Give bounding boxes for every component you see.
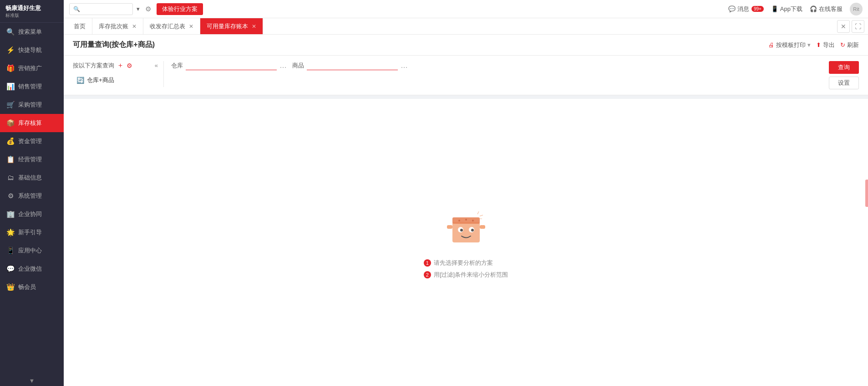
sidebar-item-search[interactable]: 🔍搜索菜单 (0, 23, 64, 41)
expand-button[interactable]: ⛶ (852, 20, 864, 33)
app-download-button[interactable]: 📱 App下载 (771, 5, 802, 13)
scheme-settings-button[interactable]: ⚙ (127, 62, 132, 69)
tab-stock-summary[interactable]: 收发存汇总表✕ (143, 18, 200, 35)
tab-close-stock-summary[interactable]: ✕ (189, 23, 193, 30)
online-service-button[interactable]: 🎧 在线客服 (810, 5, 843, 13)
add-scheme-button[interactable]: ＋ (117, 61, 124, 70)
print-label: 按模板打印 (776, 41, 806, 49)
wechat-icon: 💬 (6, 265, 15, 273)
enterprise-icon: 🏢 (6, 210, 15, 218)
tab-home[interactable]: 首页 (67, 18, 92, 35)
sidebar-label-newbie: 新手引导 (18, 228, 42, 237)
export-icon: ⬆ (816, 41, 821, 48)
svg-rect-0 (452, 222, 480, 242)
query-area: 按以下方案查询 ＋ ⚙ « 🔄 仓库+商品 仓库 … (64, 56, 868, 95)
sidebar-item-sales[interactable]: 📊销售管理 (0, 77, 64, 96)
sidebar-scroll-down[interactable]: ▼ (0, 376, 64, 386)
sidebar-item-finance[interactable]: 💰资金管理 (0, 132, 64, 150)
filter-row: 仓库 … 商品 … (164, 61, 829, 70)
svg-line-12 (480, 215, 483, 216)
close-all-tabs-button[interactable]: ✕ (837, 20, 850, 33)
sidebar-item-base[interactable]: 🗂基础信息 (0, 169, 64, 187)
sidebar-label-shortcut: 快捷导航 (18, 46, 42, 54)
sidebar-item-shortcut[interactable]: ⚡快捷导航 (0, 41, 64, 59)
tab-label-available-ledger: 可用量库存账本 (207, 22, 248, 31)
query-button[interactable]: 查询 (829, 61, 859, 74)
tabs-right-controls: ✕ ⛶ (837, 20, 868, 33)
svg-point-4 (460, 229, 463, 232)
messages-button[interactable]: 💬 消息 99+ (728, 5, 764, 13)
topbar-dropdown[interactable]: ▾ (137, 5, 140, 12)
scheme-item-label: 仓库+商品 (87, 76, 114, 84)
member-icon: 👑 (6, 283, 15, 291)
tab-batch-ledger[interactable]: 库存批次账✕ (92, 18, 143, 35)
system-icon: ⚙ (6, 192, 15, 200)
message-icon: 💬 (728, 5, 736, 12)
setting-button[interactable]: 设置 (829, 77, 859, 89)
sidebar-item-app-center[interactable]: 📱应用中心 (0, 242, 64, 260)
sidebar-item-system[interactable]: ⚙系统管理 (0, 187, 64, 205)
sidebar-label-finance: 资金管理 (18, 137, 42, 145)
sidebar-label-base: 基础信息 (18, 174, 42, 182)
empty-tip-2: 2 用[过滤]条件来缩小分析范围 (424, 271, 508, 279)
sidebar-item-member[interactable]: 👑畅会员 (0, 278, 64, 296)
filter-dots-warehouse[interactable]: … (279, 62, 287, 69)
sidebar-label-sales: 销售管理 (18, 82, 42, 91)
export-button[interactable]: ⬆ 导出 (816, 41, 835, 49)
tabs-bar: 首页库存批次账✕收发存汇总表✕可用量库存账本✕ ✕ ⛶ (64, 18, 868, 35)
sidebar: 畅康通好生意 标准版 🔍搜索菜单⚡快捷导航🎁营销推广📊销售管理🛒采购管理📦库存核… (0, 0, 64, 386)
chevron-down-icon: ▼ (29, 377, 35, 384)
print-button[interactable]: 🖨 按模板打印 ▾ (768, 41, 811, 49)
tab-close-batch-ledger[interactable]: ✕ (132, 23, 137, 30)
filter-input-goods[interactable] (307, 61, 398, 70)
refresh-label: 刷新 (847, 41, 859, 49)
sidebar-item-newbie[interactable]: 🌟新手引导 (0, 223, 64, 242)
filter-dots-goods[interactable]: … (401, 62, 408, 69)
topbar: 🔍 ▾ ⚙ 体验行业方案 💬 消息 99+ 📱 App下载 🎧 在线客服 Rit (64, 0, 868, 18)
sidebar-item-purchase[interactable]: 🛒采购管理 (0, 96, 64, 114)
filter-group-goods: 商品 … (292, 61, 408, 70)
scheme-item-warehouse-goods[interactable]: 🔄 仓库+商品 (73, 73, 158, 87)
sidebar-label-system: 系统管理 (18, 192, 42, 200)
tab-close-available-ledger[interactable]: ✕ (252, 23, 256, 30)
app-center-icon: 📱 (6, 247, 15, 255)
scheme-panel: 按以下方案查询 ＋ ⚙ « 🔄 仓库+商品 (73, 61, 164, 87)
settings-icon[interactable]: ⚙ (145, 5, 151, 13)
filter-input-warehouse[interactable] (186, 61, 277, 70)
sidebar-item-wechat[interactable]: 💬企业微信 (0, 260, 64, 278)
empty-tip-1: 1 请先选择要分析的方案 (424, 259, 508, 267)
sidebar-item-operations[interactable]: 📋经营管理 (0, 150, 64, 169)
chevron-down-icon: ▾ (807, 41, 811, 48)
filter-group-warehouse: 仓库 … (171, 61, 287, 70)
sidebar-item-enterprise[interactable]: 🏢企业协同 (0, 205, 64, 223)
app-name: 畅康通好生意 (5, 5, 58, 12)
collapse-scheme-button[interactable]: « (155, 62, 158, 69)
avatar[interactable]: Rit (850, 3, 863, 15)
main-area: 🔍 ▾ ⚙ 体验行业方案 💬 消息 99+ 📱 App下载 🎧 在线客服 Rit (64, 0, 868, 386)
newbie-icon: 🌟 (6, 228, 15, 237)
svg-point-10 (472, 220, 474, 221)
tip-num-2: 2 (424, 271, 431, 278)
base-icon: 🗂 (6, 174, 15, 182)
tab-label-stock-summary: 收发存汇总表 (150, 22, 185, 31)
tip-num-1: 1 (424, 259, 431, 267)
shortcut-icon: ⚡ (6, 46, 15, 54)
page-title: 可用量查询(按仓库+商品) (73, 40, 155, 50)
export-label: 导出 (823, 41, 835, 49)
trial-button[interactable]: 体验行业方案 (157, 3, 203, 15)
print-icon: 🖨 (768, 41, 774, 48)
chevron-down-icon: ▾ (137, 5, 140, 12)
sidebar-label-wechat: 企业微信 (18, 265, 42, 273)
sidebar-item-inventory[interactable]: 📦库存核算 (0, 114, 64, 132)
refresh-button[interactable]: ↻ 刷新 (840, 41, 859, 49)
tab-label-batch-ledger: 库存批次账 (99, 22, 128, 31)
sidebar-item-marketing-promo[interactable]: 🎁营销推广 (0, 59, 64, 77)
inventory-icon: 📦 (6, 119, 15, 127)
phone-icon: 📱 (771, 5, 778, 12)
topbar-search-box[interactable]: 🔍 (69, 3, 133, 15)
svg-point-5 (471, 229, 474, 232)
scheme-header: 按以下方案查询 ＋ ⚙ « (73, 61, 158, 70)
tab-label-home: 首页 (74, 22, 86, 31)
action-buttons: 查询 设置 (829, 61, 859, 89)
tab-available-ledger[interactable]: 可用量库存账本✕ (200, 18, 263, 35)
